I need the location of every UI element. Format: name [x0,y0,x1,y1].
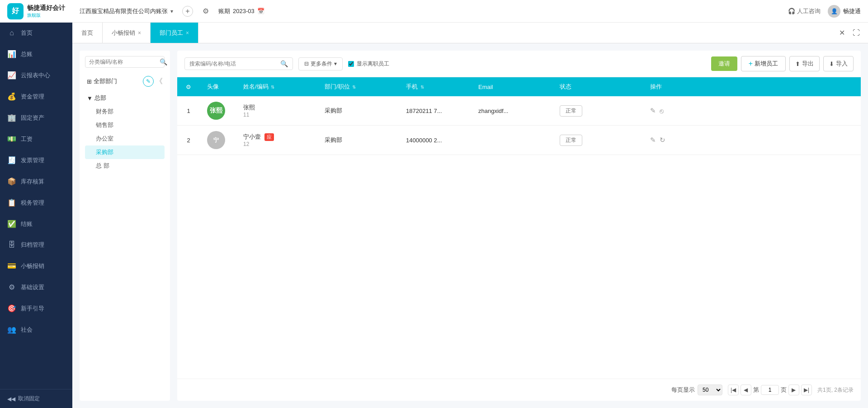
invite-button[interactable]: 邀请 [711,56,737,71]
show-resigned-input[interactable] [348,61,354,67]
dept-parent-head[interactable]: ▼ 总部 [85,91,165,105]
dept-child-finance[interactable]: 财务部 [85,105,165,118]
sidebar-item-label: 新手引导 [21,305,44,313]
company-selector[interactable]: 江西服宝精品有限责任公司内账张 ▾ [80,7,173,15]
calendar-icon[interactable]: 📅 [257,8,264,14]
dept-panel: 🔍 ⊞ 全部部门 ✎ 《 ▼ 总部 [80,51,170,401]
filter-label: 更多条件 [311,60,332,68]
user-avatar-area[interactable]: 👤 畅捷通 [828,5,861,18]
employee-panel: 🔍 ⊟ 更多条件 ▾ 显示离职员工 邀请 + [177,51,861,401]
prev-page-button[interactable]: ◀ [741,385,751,395]
sidebar-item-invoice[interactable]: 🧾 发票管理 [0,150,72,171]
sidebar-item-label: 归档管理 [21,241,44,249]
sidebar-item-tax[interactable]: 📋 税务管理 [0,192,72,213]
assets-icon: 🏢 [7,113,16,122]
sidebar-scroll: ⌂ 首页 📊 总账 📈 云报表中心 💰 资金管理 🏢 固定资产 💵 工资 [0,23,72,389]
page-number-input[interactable] [761,385,779,395]
tab-expense-close-icon[interactable]: × [138,30,141,36]
more-filter-button[interactable]: ⊟ 更多条件 ▾ [298,57,343,70]
edit-icon[interactable]: ✎ [650,107,656,115]
sidebar-item-home[interactable]: ⌂ 首页 [0,23,72,43]
sidebar-item-social[interactable]: 👥 社会 [0,319,72,340]
maximize-tab-button[interactable]: ⛶ [850,27,863,39]
home-icon: ⌂ [7,29,16,37]
sidebar-item-label: 固定资产 [21,114,44,122]
dept-child-purchase[interactable]: 采购部 [85,145,165,159]
dept-search-input[interactable] [89,59,157,65]
row1-avatar-cell: 张熙 [200,96,236,126]
dept-office-label: 办公室 [96,135,113,142]
tab-actions: ✕ ⛶ [835,27,868,39]
dept-child-general[interactable]: 总 部 [85,159,165,173]
col-email: Email [471,77,552,96]
guide-icon: 🎯 [7,304,16,313]
archive-icon: 🗄 [7,241,16,249]
dept-search-box[interactable]: 🔍 [85,56,165,68]
dept-edit-button[interactable]: ✎ [143,76,154,87]
unpin-sidebar-button[interactable]: ◀◀ 取消固定 [0,389,72,408]
col-phone[interactable]: 手机 ⇅ [399,77,471,96]
dept-child-sales[interactable]: 销售部 [85,118,165,132]
col-settings[interactable]: ⚙ [177,77,200,96]
dept-group-head: ▼ 总部 财务部 销售部 办公室 采购部 [85,91,165,173]
row2-index: 2 [177,126,200,155]
period-area: 账期 2023-03 📅 [218,7,264,15]
employee-avatar: 宁 [207,131,225,149]
show-resigned-checkbox[interactable]: 显示离职员工 [348,60,389,68]
add-employee-button[interactable]: + 新增员工 [741,56,786,71]
sidebar-item-inventory[interactable]: 📦 库存核算 [0,171,72,192]
tab-home[interactable]: 首页 [72,23,103,43]
settings-icon[interactable]: ⚙ [200,6,211,17]
employee-name-text: 宁小壹 [243,133,261,140]
sidebar-item-cloud-reports[interactable]: 📈 云报表中心 [0,65,72,86]
logo-title: 畅捷通好会计 [27,4,65,12]
per-page-select[interactable]: 50 100 200 [698,385,722,395]
sidebar-item-salary[interactable]: 💵 工资 [0,128,72,150]
tab-dept-employee[interactable]: 部门员工 × [151,23,198,43]
period-label: 账期 [218,7,230,15]
employee-search-box[interactable]: 🔍 [184,57,293,70]
close-tab-button[interactable]: ✕ [835,27,848,39]
sidebar-item-beginner-guide[interactable]: 🎯 新手引导 [0,298,72,319]
sidebar-item-basic-settings[interactable]: ⚙ 基础设置 [0,277,72,298]
sidebar-item-close-books[interactable]: ✅ 结账 [0,213,72,234]
refresh-icon[interactable]: ↻ [660,136,665,144]
export-button[interactable]: ⬆ 导出 [789,56,820,71]
headset-icon: 🎧 [788,8,795,14]
user-name: 畅捷通 [843,7,861,15]
tab-dept-close-icon[interactable]: × [186,30,189,36]
col-dept[interactable]: 部门/职位 ⇅ [317,77,399,96]
sidebar-item-general-ledger[interactable]: 📊 总账 [0,43,72,65]
sidebar-item-label: 小畅报销 [21,262,44,270]
page-size-selector[interactable]: 每页显示 50 100 200 [671,385,722,395]
add-tab-button[interactable]: + [182,6,193,17]
sidebar-item-fund-management[interactable]: 💰 资金管理 [0,86,72,107]
sidebar-item-expense[interactable]: 💳 小畅报销 [0,255,72,277]
first-page-button[interactable]: |◀ [728,385,739,395]
service-button[interactable]: 🎧 人工咨询 [788,7,821,15]
employee-toolbar: 🔍 ⊟ 更多条件 ▾ 显示离职员工 邀请 + [177,51,861,77]
sidebar-item-archive[interactable]: 🗄 归档管理 [0,234,72,255]
search-icon: 🔍 [280,60,288,67]
collapse-dept-icon[interactable]: 《 [156,77,163,86]
tax-icon: 📋 [7,198,16,207]
dept-sales-label: 销售部 [96,122,113,128]
import-button[interactable]: ⬇ 导入 [823,56,854,71]
import-label: 导入 [836,60,848,68]
logout-icon[interactable]: ⎋ [660,107,664,115]
col-name[interactable]: 姓名/编码 ⇅ [236,77,317,96]
sidebar-item-fixed-assets[interactable]: 🏢 固定资产 [0,107,72,128]
edit-icon[interactable]: ✎ [650,136,656,144]
employee-code: 12 [243,141,310,147]
employee-search-input[interactable] [189,61,278,67]
tab-expense-label: 小畅报销 [112,29,135,37]
last-page-button[interactable]: ▶| [801,385,812,395]
logo-text-area: 畅捷通好会计 旗舰版 [27,4,65,19]
dept-child-office[interactable]: 办公室 [85,132,165,145]
tab-expense[interactable]: 小畅报销 × [103,23,151,43]
page-nav: |◀ ◀ 第 页 ▶ ▶| [728,385,812,395]
dept-header-right: ✎ 《 [143,76,163,87]
expense-icon: 💳 [7,262,16,270]
all-dept-button[interactable]: ⊞ 全部部门 [87,77,117,85]
next-page-button[interactable]: ▶ [788,385,799,395]
